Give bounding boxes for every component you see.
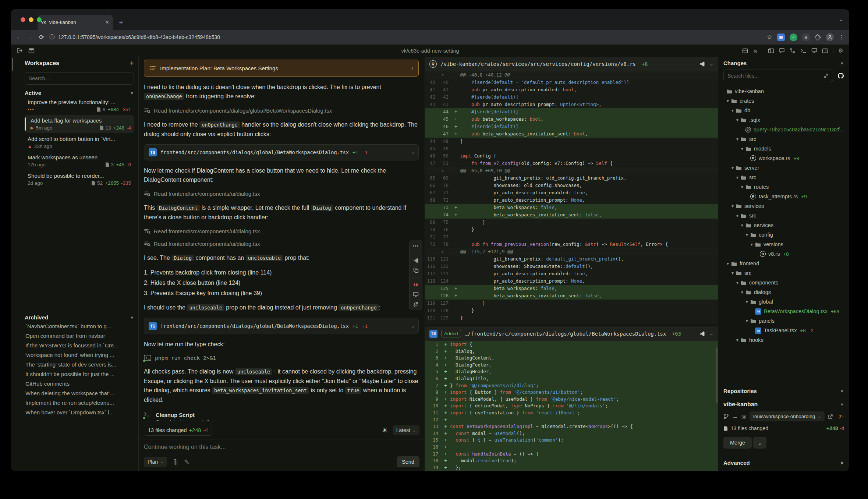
extension-green-icon[interactable]: ✓ [790, 33, 797, 41]
workspace-item[interactable]: Mark workspaces as unseen17h ago3+45-0 [25, 152, 134, 170]
edited-file-card[interactable]: TSfrontend/src/components/dialogs/global… [144, 318, 419, 334]
chevron-down-icon[interactable]: ⌄ [709, 61, 713, 67]
archived-workspace-item[interactable]: It shouldn't be possible for just the ..… [25, 369, 134, 379]
chevron-down-icon[interactable]: ▼ [726, 262, 731, 266]
copy-icon[interactable] [413, 267, 419, 273]
archived-workspace-item[interactable]: If the WYSIWYG is focussed in `Cre... [25, 340, 134, 350]
diff-line-context[interactable]: 120128 } [425, 307, 718, 314]
branch-dropdown[interactable]: louis/workspace-onboarding ⌄ [750, 411, 825, 421]
diff-line-context[interactable]: 4448} [425, 138, 718, 145]
chevron-down-icon[interactable]: ▼ [736, 281, 741, 285]
bookmark-star-icon[interactable]: ☆ [767, 33, 772, 41]
chevron-down-icon[interactable]: ▼ [745, 233, 750, 237]
diff-hunk-header[interactable]: ↕@@ -115,7 +121,9 @@ [425, 248, 718, 255]
tree-folder-row[interactable]: ▼routes [721, 182, 847, 192]
github-icon[interactable] [837, 72, 844, 79]
archived-workspace-item[interactable]: `NavbarContainer.tsx` button to g... [25, 321, 134, 331]
tree-folder-row[interactable]: ▼src [721, 134, 847, 144]
diff-line-added[interactable]: 73+ beta_workspaces: false, [425, 204, 718, 211]
browser-tab[interactable]: VK vibe-kanban ✕ [38, 15, 113, 30]
diff-line-added[interactable]: 7+} from '@/components/ui/dialog'; [425, 382, 718, 389]
tree-folder-row[interactable]: ▼.sqlx [721, 115, 847, 125]
tree-folder-row[interactable]: ▼global [721, 297, 847, 307]
close-window-button[interactable] [21, 17, 25, 22]
attach-paperclip-icon[interactable] [173, 459, 178, 465]
pen-icon[interactable]: ✎ [184, 458, 189, 466]
chevron-down-icon[interactable]: ▼ [736, 338, 741, 342]
read-tool-call[interactable]: Read frontend/src/components/ui/dialog.t… [144, 191, 419, 197]
chevron-down-icon[interactable]: ▼ [745, 300, 750, 304]
tree-file-row[interactable]: TSBetaWorkspacesDialog.tsx+63 [721, 307, 847, 316]
diff-line-added[interactable]: 17+ const handleJoinBeta = () => { [425, 451, 718, 458]
tree-folder-row[interactable]: ▼crates [721, 96, 847, 106]
diff-line-added[interactable]: 74+ beta_workspaces_invitation_sent: fal… [425, 211, 718, 219]
diff-line-added[interactable]: 11+import { useTranslation } from 'react… [425, 410, 718, 417]
mode-dropdown[interactable]: Plan ⌄ [144, 457, 167, 467]
chat-bubble-icon[interactable] [779, 48, 785, 53]
diff-line-added[interactable]: 13+const BetaWorkspacesDialogImpl = Nice… [425, 423, 718, 430]
monitor-icon[interactable] [811, 48, 817, 53]
tree-folder-row[interactable]: ▼hooks [721, 335, 847, 345]
open-external-icon[interactable] [828, 414, 833, 419]
chevron-down-icon[interactable]: ▼ [740, 185, 745, 189]
maximize-window-button[interactable] [37, 17, 42, 22]
address-bar[interactable]: ⓘ 127.0.0.1:57095/workspaces/c63c9fd6-df… [49, 34, 762, 40]
diff-hunk-header[interactable]: ↕@@ -65,8 +69,10 @@ [425, 167, 718, 174]
terminal-command-call[interactable]: pnpm run check 2>&1 [144, 355, 419, 361]
diff-line-added[interactable]: 10+import { defineModal, type NoProps } … [425, 403, 718, 410]
diff-line-added[interactable]: 45+ pub beta_workspaces: bool, [425, 116, 718, 123]
diff-line-context[interactable]: 115121 git_branch_prefix: default_git_br… [425, 255, 718, 263]
git-graph-icon[interactable] [790, 48, 796, 54]
new-tab-button[interactable]: + [119, 18, 123, 30]
chevron-down-icon[interactable]: ▼ [736, 176, 741, 180]
diff-line-context[interactable]: 6670 showcases: old_config.showcases, [425, 182, 718, 189]
window-controls[interactable] [21, 17, 42, 22]
diff-line-added[interactable]: 5+ DialogHeader, [425, 368, 718, 375]
tree-folder-row[interactable]: ▼components [721, 278, 847, 287]
tree-file-row[interactable]: Rtask_attempts.rs+9 [721, 192, 847, 201]
diff-line-context[interactable]: 6975 } [425, 219, 718, 226]
tree-folder-row[interactable]: ▼config [721, 230, 847, 240]
tree-file-row[interactable]: query-70b21c5c0a2ba5c21c9c1132f14a68 [721, 125, 847, 134]
rows-icon[interactable] [742, 48, 748, 53]
diff-line-added[interactable]: 3+ DialogContent, [425, 355, 718, 362]
diff-line-added[interactable]: 16+ [425, 444, 718, 451]
diff-line-added[interactable]: 6+ DialogTitle, [425, 375, 718, 382]
tree-folder-row[interactable]: ▼src [721, 211, 847, 220]
settings-gear-icon[interactable]: ⚙ [838, 47, 843, 54]
chevron-down-icon[interactable]: ▼ [736, 214, 741, 218]
chevron-down-icon[interactable]: ⌄ [709, 331, 713, 336]
target-icon[interactable]: ◎ [741, 413, 746, 420]
terminal-icon[interactable] [800, 48, 807, 53]
collapse-up-icon[interactable] [753, 48, 758, 53]
tree-folder-row[interactable]: ▼server [721, 163, 847, 173]
diff-line-added[interactable]: 8+import { Button } from '@/components/u… [425, 389, 718, 396]
tree-file-row[interactable]: Rworkspace.rs+8 [721, 153, 847, 163]
workspace-item[interactable]: Should be possible to reorder...2d ago52… [25, 170, 134, 188]
panel-right-icon[interactable] [822, 48, 828, 53]
tab-close-icon[interactable]: ✕ [105, 20, 109, 25]
tab-search-chevron-icon[interactable]: ⌄ [839, 16, 843, 22]
chevron-down-icon[interactable]: ▼ [740, 223, 745, 227]
diff-hunk-header[interactable]: ↑@@ -40,8 +40,12 @@ [425, 71, 718, 79]
read-tool-call[interactable]: Read frontend/src/components/ui/dialog.t… [144, 241, 419, 247]
workspace-item[interactable]: Add scroll to bottom button in `Virt...▲… [25, 134, 134, 151]
implementation-plan-banner[interactable]: Implementation Plan: Beta Workspaces Set… [144, 60, 419, 77]
sparkle-icon[interactable]: ✳ [382, 427, 387, 434]
tree-folder-row[interactable]: ▼db [721, 106, 847, 115]
diff-line-added[interactable]: 14+ const modal = useModal(); [425, 430, 718, 437]
tree-folder-row[interactable]: vibe-kanban [721, 86, 847, 96]
merge-button[interactable]: Merge [723, 437, 752, 449]
diff-line-context[interactable]: 116122 showcases: ShowcaseState::default… [425, 263, 718, 270]
archived-workspace-item[interactable]: 'workspace not found' when trying ... [25, 350, 134, 360]
diff-line-context[interactable]: 4242 #[serde(default)] [425, 93, 718, 101]
diff-line-context[interactable]: 6771 pr_auto_description_enabled: true, [425, 189, 718, 197]
site-info-icon[interactable]: ⓘ [49, 34, 54, 40]
logout-icon[interactable] [17, 48, 23, 53]
tree-folder-row[interactable]: ▼src [721, 268, 847, 278]
diff-line-added[interactable]: 44+ #[serde(default)] [425, 108, 718, 116]
diff-line-added[interactable]: 19+ }; [425, 464, 718, 471]
chevron-down-icon[interactable]: ▼ [750, 243, 755, 247]
pause-icon[interactable]: ▮▮ [413, 282, 418, 287]
read-tool-call[interactable]: Read frontend/src/components/dialogs/glo… [144, 107, 419, 114]
